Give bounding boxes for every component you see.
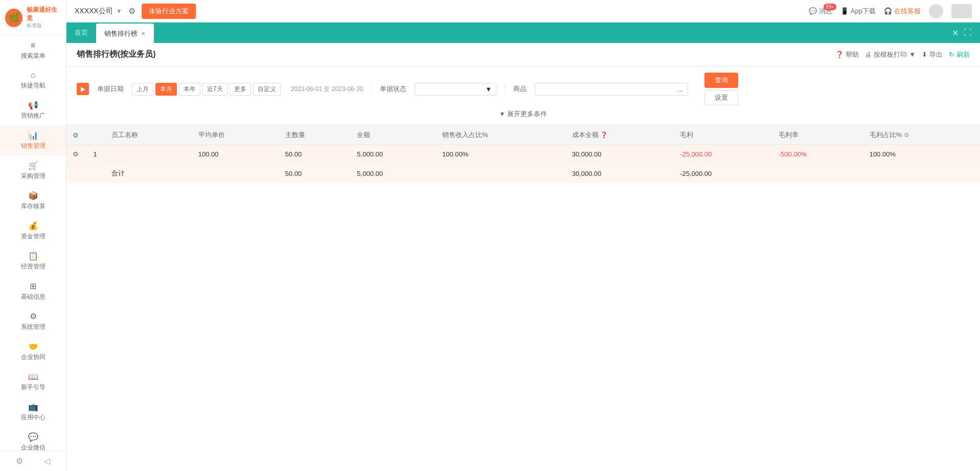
- cost-help-icon[interactable]: ❓: [600, 131, 608, 139]
- row-rank: 1: [85, 145, 105, 164]
- sidebar-settings-btn[interactable]: ⚙: [16, 456, 23, 466]
- tab-close-window-icon[interactable]: ✕: [952, 28, 959, 38]
- col-avg-price: 平均单价: [192, 125, 279, 145]
- phone-icon: 📱: [840, 7, 849, 15]
- sidebar-item-finance[interactable]: 💰 资金管理: [0, 216, 66, 246]
- sidebar-item-marketing[interactable]: 📢 营销推广: [0, 95, 66, 125]
- date-btn-this-month[interactable]: 本月: [155, 83, 177, 96]
- headset-icon: 🎧: [884, 7, 892, 15]
- row-gross-rate: -500.00%: [772, 145, 863, 164]
- print-button[interactable]: 🖨 按模板打印 ▼: [865, 50, 916, 59]
- message-button[interactable]: 💬 消息 99+: [809, 7, 832, 16]
- guide-icon: 📖: [28, 372, 38, 382]
- gross-pct-help-icon[interactable]: ⚙: [904, 131, 909, 139]
- sidebar: 🌿 畅康通好生意 标准版 ≡ 搜索菜单 ⌂ 快捷导航 📢 营销推广 📊 销售管理…: [0, 0, 66, 471]
- sidebar-footer: ⚙ ◁: [0, 451, 66, 471]
- table-footer: 合计 50.00 5,000.00 30,000.00 -25,000.00: [66, 164, 980, 184]
- sidebar-item-quicknav[interactable]: ⌂ 快捷导航: [0, 65, 66, 95]
- tab-sales-ranking[interactable]: 销售排行榜 ✕: [96, 24, 154, 44]
- search-menu-icon: ≡: [31, 41, 35, 50]
- sidebar-item-inventory[interactable]: 📦 库存核算: [0, 186, 66, 216]
- date-btn-more[interactable]: 更多: [230, 83, 251, 96]
- sidebar-collapse-btn[interactable]: ◁: [44, 456, 50, 466]
- total-row: 合计 50.00 5,000.00 30,000.00 -25,000.00: [66, 164, 980, 184]
- app-version: 标准版: [27, 22, 61, 29]
- export-button[interactable]: ⬇ 导出: [922, 50, 943, 59]
- help-button[interactable]: ❓ 帮助: [835, 50, 859, 59]
- sidebar-item-enterprise[interactable]: 🤝 企业协同: [0, 337, 66, 367]
- goods-select-value: [539, 85, 541, 93]
- sidebar-item-label: 企业协同: [21, 353, 45, 362]
- date-btn-7days[interactable]: 近7天: [202, 83, 227, 96]
- date-btn-this-year[interactable]: 本年: [179, 83, 200, 96]
- sidebar-item-sales[interactable]: 📊 销售管理: [0, 125, 66, 155]
- status-filter-label: 单据状态: [380, 84, 406, 94]
- purchase-icon: 🛒: [28, 161, 38, 170]
- row-sales-pct: 100.00%: [436, 145, 566, 164]
- apps-icon: 📺: [28, 402, 38, 412]
- sidebar-item-label: 快捷导航: [21, 81, 45, 90]
- total-gross-pct: [863, 164, 980, 184]
- sidebar-item-apps[interactable]: 📺 应用中心: [0, 397, 66, 427]
- sidebar-logo: 🌿 畅康通好生意 标准版: [0, 0, 66, 36]
- sidebar-item-label: 企业微信: [21, 443, 45, 451]
- main-content: XXXXX公司 ▼ ⚙ 体验行业方案 💬 消息 99+ 📱 App下载 🎧 在线…: [66, 0, 980, 471]
- total-sales-pct: [436, 164, 566, 184]
- message-badge: 99+: [824, 4, 836, 10]
- chevron-down-icon: ▼: [116, 8, 122, 15]
- online-service-button[interactable]: 🎧 在线客服: [884, 7, 921, 16]
- app-download-button[interactable]: 📱 App下载: [840, 7, 876, 16]
- row-amount: 5,000.00: [351, 145, 436, 164]
- date-btn-custom[interactable]: 自定义: [253, 83, 281, 96]
- goods-select[interactable]: …: [535, 83, 688, 96]
- collapse-filter-btn[interactable]: ▶: [77, 83, 89, 95]
- sidebar-menu: ≡ 搜索菜单 ⌂ 快捷导航 📢 营销推广 📊 销售管理 🛒 采购管理 📦 库存核…: [0, 36, 66, 451]
- sidebar-item-basics[interactable]: ⊞ 基础信息: [0, 276, 66, 306]
- table-header-row: ⚙ 员工名称 平均单价 主数量 全额 销售收入占比% 成本全额 ❓ 毛利 毛利率…: [66, 125, 980, 145]
- col-gross-pct: 毛利占比% ⚙: [863, 125, 980, 145]
- sidebar-item-label: 资金管理: [21, 232, 45, 241]
- sidebar-item-wechat[interactable]: 💬 企业微信: [0, 427, 66, 451]
- total-avg-price: [192, 164, 279, 184]
- total-label: 合计: [105, 164, 192, 184]
- company-selector[interactable]: XXXXX公司 ▼: [75, 7, 122, 16]
- row-name: [105, 145, 192, 164]
- sidebar-item-search[interactable]: ≡ 搜索菜单: [0, 36, 66, 65]
- sidebar-item-guide[interactable]: 📖 新手引导: [0, 367, 66, 397]
- row-avg-price: 100.00: [192, 145, 279, 164]
- total-rank-cell: [85, 164, 105, 184]
- header-settings-icon[interactable]: ⚙: [128, 6, 135, 16]
- tab-bar: 首页 销售排行榜 ✕ ✕ ⛶: [66, 23, 980, 43]
- total-settings-cell: [66, 164, 85, 184]
- sidebar-item-label: 系统管理: [21, 323, 45, 331]
- sidebar-item-label: 应用中心: [21, 413, 45, 422]
- row-gross-pct: 100.00%: [863, 145, 980, 164]
- expand-more-btn[interactable]: ▼ 展开更多条件: [77, 105, 970, 119]
- sidebar-item-system[interactable]: ⚙ 系统管理: [0, 306, 66, 337]
- tab-close-icon[interactable]: ✕: [141, 30, 146, 37]
- print-icon: 🖨: [865, 51, 872, 58]
- export-icon: ⬇: [922, 51, 927, 58]
- tab-fullscreen-icon[interactable]: ⛶: [964, 28, 972, 38]
- settings-side-button[interactable]: 设置: [704, 90, 738, 105]
- query-button[interactable]: 查询: [704, 73, 738, 88]
- sales-ranking-table: ⚙ 员工名称 平均单价 主数量 全额 销售收入占比% 成本全额 ❓ 毛利 毛利率…: [66, 125, 980, 183]
- status-select[interactable]: ▼: [415, 83, 496, 96]
- col-quantity: 主数量: [279, 125, 351, 145]
- col-sales-pct: 销售收入占比%: [436, 125, 566, 145]
- trial-button[interactable]: 体验行业方案: [142, 4, 196, 19]
- refresh-button[interactable]: ↻ 刷新: [949, 50, 970, 59]
- tab-home-label: 首页: [75, 28, 88, 37]
- row-settings-icon[interactable]: ⚙: [66, 145, 85, 164]
- sidebar-item-operations[interactable]: 📋 经营管理: [0, 246, 66, 276]
- col-settings[interactable]: ⚙: [66, 125, 85, 145]
- home-icon: ⌂: [31, 71, 36, 80]
- row-gross: -25,000.00: [674, 145, 772, 164]
- filter-divider-2: [505, 84, 505, 94]
- message-icon: 💬: [809, 7, 817, 15]
- date-btn-last-month[interactable]: 上月: [132, 83, 153, 96]
- basics-icon: ⊞: [30, 281, 36, 291]
- tab-home[interactable]: 首页: [66, 23, 96, 43]
- user-avatar[interactable]: [929, 4, 943, 18]
- sidebar-item-purchase[interactable]: 🛒 采购管理: [0, 155, 66, 186]
